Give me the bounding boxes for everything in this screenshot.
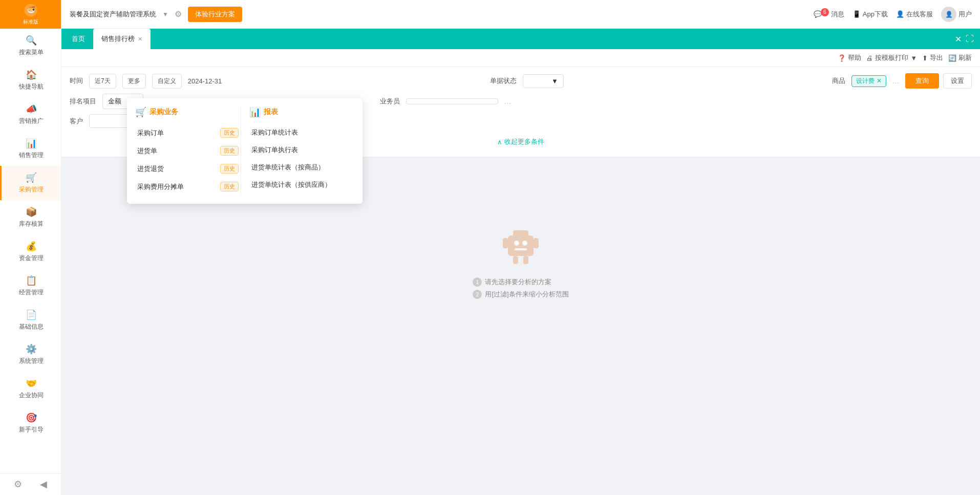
- maximize-icon[interactable]: ⛶: [966, 34, 974, 44]
- dropdown-item-return[interactable]: 进货退货 历史: [135, 160, 241, 178]
- print-item[interactable]: 🖨 按模板打印 ▼: [866, 53, 917, 62]
- sidebar-item-nav[interactable]: 🏠 快捷导航: [0, 63, 61, 97]
- filter-row-1: 时间 近7天 更多 自定义 2024-12-31 单据状态 ▼ 商品: [70, 73, 972, 89]
- dropdown-item-inbound-stat-goods[interactable]: 进货单统计表（按商品）: [249, 159, 355, 176]
- user-label: 用户: [958, 10, 972, 19]
- user-item[interactable]: 👤 用户: [941, 7, 972, 22]
- sales-icon: 📊: [26, 138, 37, 149]
- order-status-select[interactable]: ▼: [523, 74, 564, 88]
- sidebar-item-search[interactable]: 🔍 搜索菜单: [0, 29, 61, 63]
- sidebar-item-guide[interactable]: 🎯 新手引导: [0, 406, 61, 440]
- online-service-item[interactable]: 👤 在线客服: [896, 10, 933, 19]
- main: 装餐及固定资产辅助管理系统 ▼ ⚙ 体验行业方案 💬 6 消息 📱 App下载 …: [61, 0, 980, 495]
- basic-icon: 📄: [26, 309, 37, 320]
- report-section-icon: 📊: [249, 106, 261, 118]
- goods-tag-close-icon[interactable]: ✕: [877, 77, 882, 84]
- collapse-icon: ∧: [497, 138, 502, 146]
- set-btn[interactable]: 设置: [943, 73, 972, 89]
- sidebar-item-label: 系统管理: [19, 357, 44, 365]
- app-download-item[interactable]: 📱 App下载: [853, 10, 888, 19]
- order-status-label: 单据状态: [490, 76, 517, 85]
- finance-icon: 💰: [26, 241, 37, 252]
- close-window-icon[interactable]: ✕: [955, 34, 962, 44]
- sidebar-item-collab[interactable]: 🤝 企业协同: [0, 372, 61, 406]
- collapse-sidebar-icon[interactable]: ◀: [40, 479, 47, 490]
- content: ❓ 帮助 🖨 按模板打印 ▼ ⬆ 导出 🔄 刷新: [61, 49, 980, 495]
- sidebar-item-label: 经营管理: [19, 288, 44, 297]
- salesperson-input[interactable]: [406, 98, 498, 104]
- sidebar-item-label: 采购管理: [19, 185, 44, 194]
- item-label: 采购费用分摊单: [137, 182, 220, 191]
- refresh-icon: 🔄: [948, 54, 956, 62]
- purchase-icon: 🛒: [26, 172, 37, 183]
- goods-more-btn[interactable]: ...: [892, 76, 899, 85]
- dropdown-menu: 🛒 采购业务 采购订单 历史 进货单 历史 进货退货: [127, 98, 363, 204]
- system-icon: ⚙️: [26, 343, 37, 355]
- sidebar-item-basic[interactable]: 📄 基础信息: [0, 303, 61, 337]
- sidebar-item-label: 基础信息: [19, 322, 44, 331]
- item-label: 采购订单统计表: [251, 128, 353, 137]
- salesperson-label: 业务员: [380, 97, 400, 106]
- item-label: 采购订单: [137, 128, 220, 138]
- salesperson-more-btn[interactable]: ...: [504, 97, 511, 106]
- report-section: 📊 报表 采购订单统计表 采购订单执行表 进货单统计表（按商品）: [241, 106, 355, 196]
- online-service-label: 在线客服: [906, 10, 933, 19]
- topbar: 装餐及固定资产辅助管理系统 ▼ ⚙ 体验行业方案 💬 6 消息 📱 App下载 …: [61, 0, 980, 29]
- print-dropdown-icon[interactable]: ▼: [910, 54, 917, 62]
- dropdown-item-purchase-order[interactable]: 采购订单 历史: [135, 124, 241, 142]
- tab-home[interactable]: 首页: [63, 29, 93, 49]
- svg-rect-8: [534, 238, 539, 248]
- export-item[interactable]: ⬆ 导出: [922, 53, 943, 62]
- purchase-section-label: 采购业务: [150, 107, 178, 117]
- report-section-title: 📊 报表: [249, 106, 355, 118]
- phone-icon: 📱: [853, 10, 861, 18]
- industry-btn[interactable]: 体验行业方案: [188, 7, 242, 22]
- help-item[interactable]: ❓ 帮助: [838, 53, 861, 62]
- tip-text-2: 用[过滤]条件来缩小分析范围: [485, 290, 568, 299]
- dropdown-item-purchase-expense[interactable]: 采购费用分摊单 历史: [135, 178, 241, 196]
- dropdown-item-po-stat[interactable]: 采购订单统计表: [249, 124, 355, 141]
- filter-actions: 查询 设置: [905, 73, 972, 89]
- dropdown-item-po-exec[interactable]: 采购订单执行表: [249, 141, 355, 159]
- tip-num-2: 2: [473, 290, 482, 299]
- sidebar-item-purchase[interactable]: 🛒 采购管理: [0, 166, 61, 200]
- item-label: 进货单: [137, 146, 220, 156]
- time-7days-btn[interactable]: 近7天: [89, 74, 116, 89]
- dropdown-item-inbound-stat-supplier[interactable]: 进货单统计表（按供应商）: [249, 176, 355, 193]
- sidebar-item-system[interactable]: ⚙️ 系统管理: [0, 337, 61, 372]
- avatar: 👤: [941, 7, 956, 22]
- sidebar-item-label: 新手引导: [19, 425, 44, 434]
- sidebar-item-marketing[interactable]: 📣 营销推广: [0, 97, 61, 132]
- logo: 🍜 标准版: [0, 0, 61, 29]
- message-item[interactable]: 💬 6 消息: [814, 10, 844, 19]
- refresh-item[interactable]: 🔄 刷新: [948, 53, 972, 62]
- svg-point-5: [522, 241, 527, 246]
- app-download-label: App下载: [863, 10, 888, 19]
- settings-icon[interactable]: ⚙: [14, 479, 22, 490]
- dropdown-arrow-icon[interactable]: ▼: [162, 11, 168, 18]
- item-label: 进货单统计表（按商品）: [251, 163, 353, 172]
- time-custom-btn[interactable]: 自定义: [152, 74, 182, 89]
- dropdown-item-inbound[interactable]: 进货单 历史: [135, 142, 241, 160]
- sidebar-item-finance[interactable]: 💰 资金管理: [0, 234, 61, 269]
- tab-sales-rank[interactable]: 销售排行榜 ✕: [93, 29, 151, 49]
- item-label: 采购订单执行表: [251, 145, 353, 155]
- time-value: 2024-12-31: [188, 77, 222, 85]
- history-badge: 历史: [220, 146, 239, 156]
- sidebar-item-inventory[interactable]: 📦 库存核算: [0, 200, 61, 234]
- query-btn[interactable]: 查询: [905, 73, 939, 89]
- search-icon: 🔍: [26, 35, 37, 46]
- sidebar-item-operation[interactable]: 📋 经营管理: [0, 269, 61, 303]
- svg-rect-9: [513, 256, 518, 264]
- svg-point-4: [514, 241, 519, 246]
- tab-close-icon[interactable]: ✕: [138, 36, 142, 42]
- rank-value: 金额: [108, 97, 121, 106]
- history-badge: 历史: [220, 164, 239, 174]
- sidebar-item-label: 搜索菜单: [19, 48, 44, 57]
- tip-num-1: 1: [473, 277, 482, 287]
- print-label: 按模板打印: [875, 53, 908, 62]
- time-more-btn[interactable]: 更多: [122, 74, 146, 89]
- gear-icon[interactable]: ⚙: [175, 9, 182, 19]
- sidebar-item-sales[interactable]: 📊 销售管理: [0, 132, 61, 166]
- tabbar-actions: ✕ ⛶: [955, 34, 978, 44]
